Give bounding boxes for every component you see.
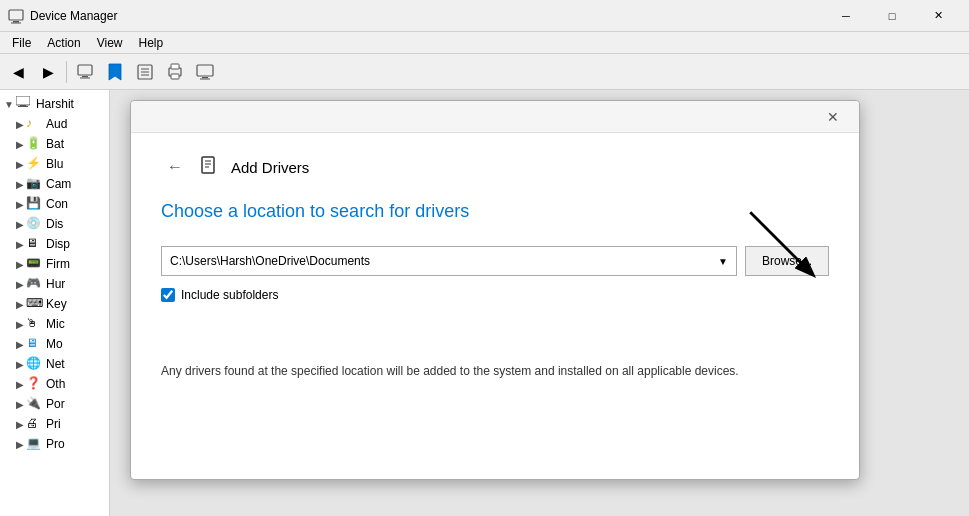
app-icon <box>8 8 24 24</box>
proc-icon: 💻 <box>26 436 42 452</box>
dialog-close-button[interactable]: ✕ <box>819 103 847 131</box>
svg-rect-11 <box>171 64 179 69</box>
dialog-nav: ← Add Drivers <box>161 153 829 181</box>
ports-icon: 🔌 <box>26 396 42 412</box>
tree-item-monitors[interactable]: ▶ 🖥 Mo <box>0 334 109 354</box>
svg-rect-12 <box>171 74 179 79</box>
svg-rect-1 <box>13 21 19 23</box>
main-area: ▼ Harshit ▶ ♪ Aud ▶ 🔋 Bat ▶ ⚡ Blu ▶ 📷 Ca… <box>0 90 969 516</box>
firmware-icon: 📟 <box>26 256 42 272</box>
svg-rect-18 <box>18 106 28 107</box>
path-dropdown[interactable]: C:\Users\Harsh\OneDrive\Documents ▼ <box>161 246 737 276</box>
tree-item-hid[interactable]: ▶ 🎮 Hur <box>0 274 109 294</box>
toolbar-list[interactable] <box>131 58 159 86</box>
bluetooth-icon: ⚡ <box>26 156 42 172</box>
maximize-button[interactable]: □ <box>869 0 915 32</box>
toolbar-back[interactable]: ◀ <box>4 58 32 86</box>
svg-rect-4 <box>82 76 88 77</box>
dropdown-chevron-icon: ▼ <box>718 256 728 267</box>
network-icon: 🌐 <box>26 356 42 372</box>
root-label: Harshit <box>36 97 74 111</box>
driver-icon <box>199 156 217 179</box>
other-icon: ❓ <box>26 376 42 392</box>
disk-icon: 💿 <box>26 216 42 232</box>
menu-bar: File Action View Help <box>0 32 969 54</box>
device-tree: ▼ Harshit ▶ ♪ Aud ▶ 🔋 Bat ▶ ⚡ Blu ▶ 📷 Ca… <box>0 90 110 516</box>
tree-item-firmware[interactable]: ▶ 📟 Firm <box>0 254 109 274</box>
dialog-title-bar: ✕ <box>131 101 859 133</box>
mice-icon: 🖱 <box>26 316 42 332</box>
menu-help[interactable]: Help <box>131 34 172 52</box>
tree-item-mice[interactable]: ▶ 🖱 Mic <box>0 314 109 334</box>
menu-action[interactable]: Action <box>39 34 88 52</box>
toolbar-monitor[interactable] <box>191 58 219 86</box>
root-chevron: ▼ <box>4 99 14 110</box>
title-bar: Device Manager ─ □ ✕ <box>0 0 969 32</box>
toolbar-forward[interactable]: ▶ <box>34 58 62 86</box>
checkbox-row: Include subfolders <box>161 288 829 302</box>
dialog-back-button[interactable]: ← <box>161 153 189 181</box>
svg-rect-19 <box>202 157 214 173</box>
menu-file[interactable]: File <box>4 34 39 52</box>
monitors-icon: 🖥 <box>26 336 42 352</box>
browse-button[interactable]: Browse... <box>745 246 829 276</box>
controller-icon: 💾 <box>26 196 42 212</box>
audio-icon: ♪ <box>26 116 42 132</box>
path-value: C:\Users\Harsh\OneDrive\Documents <box>170 254 370 268</box>
svg-rect-15 <box>200 78 210 79</box>
svg-rect-0 <box>9 10 23 20</box>
hid-icon: 🎮 <box>26 276 42 292</box>
tree-item-other[interactable]: ▶ ❓ Oth <box>0 374 109 394</box>
add-drivers-dialog: ✕ ← <box>130 100 860 480</box>
tree-root-item[interactable]: ▼ Harshit <box>0 94 109 114</box>
svg-rect-3 <box>78 65 92 75</box>
svg-rect-5 <box>80 77 90 78</box>
subfolders-label[interactable]: Include subfolders <box>181 288 278 302</box>
tree-item-disk[interactable]: ▶ 💿 Dis <box>0 214 109 234</box>
toolbar: ◀ ▶ <box>0 54 969 90</box>
tree-item-keyboard[interactable]: ▶ ⌨ Key <box>0 294 109 314</box>
window-controls: ─ □ ✕ <box>823 0 961 32</box>
tree-item-camera[interactable]: ▶ 📷 Cam <box>0 174 109 194</box>
tree-item-ports[interactable]: ▶ 🔌 Por <box>0 394 109 414</box>
info-text: Any drivers found at the specified locat… <box>161 362 829 381</box>
title-text: Device Manager <box>30 9 823 23</box>
svg-rect-14 <box>202 77 208 78</box>
svg-rect-16 <box>16 96 30 105</box>
tree-item-battery[interactable]: ▶ 🔋 Bat <box>0 134 109 154</box>
include-subfolders-checkbox[interactable] <box>161 288 175 302</box>
dialog-heading: Choose a location to search for drivers <box>161 201 829 222</box>
computer-icon <box>16 96 32 112</box>
keyboard-icon: ⌨ <box>26 296 42 312</box>
toolbar-bookmark[interactable] <box>101 58 129 86</box>
tree-item-network[interactable]: ▶ 🌐 Net <box>0 354 109 374</box>
path-row: C:\Users\Harsh\OneDrive\Documents ▼ Brow… <box>161 246 829 276</box>
dialog-main-title: Add Drivers <box>231 159 309 176</box>
battery-icon: 🔋 <box>26 136 42 152</box>
menu-view[interactable]: View <box>89 34 131 52</box>
svg-rect-17 <box>20 105 26 106</box>
print-icon: 🖨 <box>26 416 42 432</box>
dialog-overlay: ✕ ← <box>110 90 969 516</box>
tree-item-print[interactable]: ▶ 🖨 Pri <box>0 414 109 434</box>
dialog-body: ← Add Drivers Choose a location <box>131 133 859 401</box>
right-panel: ✕ ← <box>110 90 969 516</box>
close-button[interactable]: ✕ <box>915 0 961 32</box>
toolbar-print[interactable] <box>161 58 189 86</box>
tree-item-bluetooth[interactable]: ▶ ⚡ Blu <box>0 154 109 174</box>
tree-item-controllers[interactable]: ▶ 💾 Con <box>0 194 109 214</box>
camera-icon: 📷 <box>26 176 42 192</box>
minimize-button[interactable]: ─ <box>823 0 869 32</box>
display-icon: 🖥 <box>26 236 42 252</box>
tree-item-proc[interactable]: ▶ 💻 Pro <box>0 434 109 454</box>
svg-rect-13 <box>197 65 213 76</box>
tree-item-audio[interactable]: ▶ ♪ Aud <box>0 114 109 134</box>
svg-rect-2 <box>11 22 21 23</box>
tree-item-display[interactable]: ▶ 🖥 Disp <box>0 234 109 254</box>
toolbar-separator-1 <box>66 61 67 83</box>
toolbar-properties[interactable] <box>71 58 99 86</box>
